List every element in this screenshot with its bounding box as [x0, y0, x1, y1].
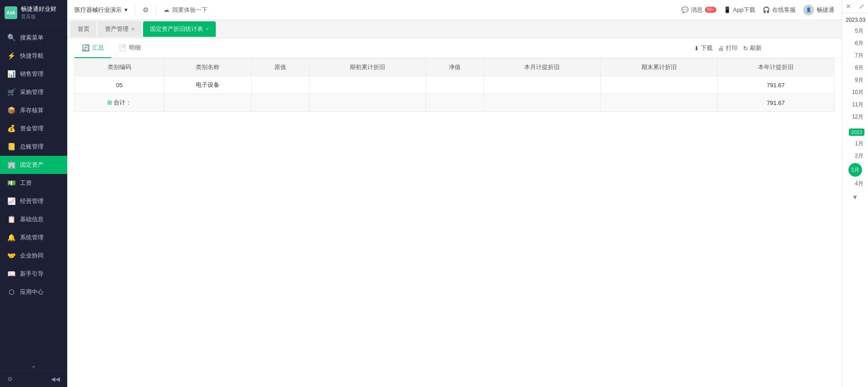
summary-opening-dep [309, 94, 426, 112]
cell-name: 电子设备 [164, 76, 251, 94]
sidebar-item-guide[interactable]: 📖 新手引导 [0, 265, 67, 283]
sub-tab-summary[interactable]: 🔄 汇总 [74, 38, 111, 58]
month-10[interactable]: 10月 [842, 86, 868, 99]
panel-nav-down[interactable]: ▼ [850, 192, 860, 203]
month-12[interactable]: 12月 [842, 111, 868, 123]
sub-tab-detail-label: 明细 [129, 44, 141, 52]
cell-opening-dep [309, 76, 426, 94]
col-original-value: 原值 [251, 59, 309, 76]
month-8[interactable]: 8月 [842, 62, 868, 74]
month-6[interactable]: 6月 [842, 37, 868, 50]
right-panel-expand-icon[interactable]: ⤢ [859, 3, 864, 10]
download-label: 下载 [701, 44, 713, 52]
sidebar-item-fixed-assets[interactable]: 🏢 固定资产 [0, 156, 67, 174]
col-closing-dep: 期末累计折旧 [600, 59, 717, 76]
basic-info-icon: 📋 [7, 215, 15, 223]
experience-btn[interactable]: ☁ 我要体验一下 [164, 6, 208, 14]
cell-net-value [426, 76, 484, 94]
month-7[interactable]: 7月 [842, 50, 868, 62]
download-btn[interactable]: ⬇ 下载 [694, 44, 713, 52]
tab-depreciation-report[interactable]: 固定资产折旧统计表 × [143, 21, 216, 37]
sidebar-item-label: 库存核算 [20, 106, 44, 114]
month-2[interactable]: 2月 [842, 150, 868, 162]
sidebar-item-ledger[interactable]: 📒 总账管理 [0, 138, 67, 156]
sub-tab-detail[interactable]: 📄 明细 [111, 38, 148, 58]
depreciation-table: 类别编码 类别名称 原值 期初累计折旧 净值 本月计提折旧 期末累计折旧 本年计… [74, 58, 834, 112]
sidebar-item-payroll[interactable]: 💵 工资 [0, 174, 67, 192]
topbar-settings-icon[interactable]: ⚙ [143, 6, 149, 14]
cell-monthly-dep [484, 76, 600, 94]
app-center-icon: ⬡ [7, 288, 15, 296]
cell-annual-dep: 791.67 [717, 76, 834, 94]
sidebar-item-corp-collab[interactable]: 🤝 企业协同 [0, 247, 67, 265]
sidebar-item-label: 搜索菜单 [20, 34, 44, 42]
sidebar-item-label: 工资 [20, 179, 32, 187]
sidebar-item-label: 快捷导航 [20, 52, 44, 60]
sub-tab-summary-label: 汇总 [92, 44, 104, 52]
tab-asset-mgmt-label: 资产管理 [105, 25, 129, 33]
sidebar-item-sys-mgmt[interactable]: 🔔 系统管理 [0, 228, 67, 247]
month-9[interactable]: 9月 [842, 74, 868, 86]
sidebar-item-app-center[interactable]: ⬡ 应用中心 [0, 283, 67, 301]
sidebar-item-inventory[interactable]: 📦 库存核算 [0, 101, 67, 119]
customer-service-btn[interactable]: 🎧 在线客服 [763, 6, 796, 14]
messages-icon: 💬 [681, 6, 689, 13]
tab-depreciation-label: 固定资产折旧统计表 [150, 25, 203, 33]
sidebar-item-quick-nav[interactable]: ⚡ 快捷导航 [0, 47, 67, 65]
scroll-down-icon: ▼ [31, 364, 36, 370]
cloud-icon: ☁ [164, 6, 169, 13]
settings-icon[interactable]: ⚙ [7, 376, 13, 382]
cell-original-value [251, 76, 309, 94]
app-download-label: App下载 [733, 6, 755, 14]
summary-original-value [251, 94, 309, 112]
refresh-btn[interactable]: ↻ 刷新 [743, 44, 762, 52]
month-4[interactable]: 4月 [842, 178, 868, 190]
chevron-down-icon: ▾ [124, 6, 128, 13]
tab-home-label: 首页 [78, 25, 89, 33]
col-name: 类别名称 [164, 59, 251, 76]
sidebar-item-ops[interactable]: 📈 经营管理 [0, 192, 67, 210]
col-monthly-dep: 本月计提折旧 [484, 59, 600, 76]
inventory-icon: 📦 [7, 106, 15, 114]
messages-label: 消息 [691, 6, 703, 14]
topbar: 医疗器械行业演示 ▾ ⚙ ☁ 我要体验一下 💬 消息 99+ 📱 App下载 🎧… [67, 0, 842, 20]
tab-home[interactable]: 首页 [71, 21, 96, 37]
month-11[interactable]: 11月 [842, 99, 868, 111]
year-section-past: 2023.03 5月 6月 7月 8月 9月 10月 11月 12月 [842, 13, 868, 125]
month-3-active[interactable]: 3月 [848, 163, 862, 177]
sidebar-item-search[interactable]: 🔍 搜索菜单 [0, 29, 67, 47]
col-opening-dep: 期初累计折旧 [309, 59, 426, 76]
summary-monthly-dep [484, 94, 600, 112]
company-selector[interactable]: 医疗器械行业演示 ▾ [74, 6, 128, 14]
month-5[interactable]: 5月 [842, 25, 868, 37]
sidebar-item-funds[interactable]: 💰 资金管理 [0, 119, 67, 138]
cell-closing-dep [600, 76, 717, 94]
right-panel-header: ✕ ⤢ [842, 0, 868, 13]
sidebar-item-basic-info[interactable]: 📋 基础信息 [0, 210, 67, 228]
tabbar: 首页 资产管理 × 固定资产折旧统计表 × [67, 20, 842, 38]
payroll-icon: 💵 [7, 179, 15, 187]
sidebar-item-label: 销售管理 [20, 70, 44, 78]
experience-label: 我要体验一下 [172, 6, 208, 14]
user-menu[interactable]: 👤 畅捷通 [803, 5, 834, 15]
purchase-icon: 🛒 [7, 88, 15, 96]
print-btn[interactable]: 🖨 打印 [718, 44, 738, 52]
app-download-btn[interactable]: 📱 App下载 [724, 6, 755, 14]
corp-collab-icon: 🤝 [7, 252, 15, 260]
month-1[interactable]: 1月 [842, 138, 868, 150]
sum-icon: ⊞ [107, 99, 112, 106]
funds-icon: 💰 [7, 124, 15, 133]
refresh-icon: ↻ [743, 45, 748, 52]
collapse-icon[interactable]: ◀◀ [51, 376, 60, 382]
messages-btn[interactable]: 💬 消息 99+ [681, 6, 716, 14]
tab-asset-mgmt[interactable]: 资产管理 × [98, 21, 141, 37]
sidebar-item-label: 应用中心 [20, 288, 44, 296]
year-tag-2023: 2023 [849, 129, 864, 136]
tab-depreciation-close[interactable]: × [206, 26, 209, 32]
app-download-icon: 📱 [724, 6, 731, 13]
tab-asset-mgmt-close[interactable]: × [131, 26, 134, 32]
sidebar-item-purchase[interactable]: 🛒 采购管理 [0, 83, 67, 101]
topbar-divider [135, 5, 135, 15]
right-panel-close-icon[interactable]: ✕ [846, 3, 851, 10]
sidebar-item-sales[interactable]: 📊 销售管理 [0, 65, 67, 83]
